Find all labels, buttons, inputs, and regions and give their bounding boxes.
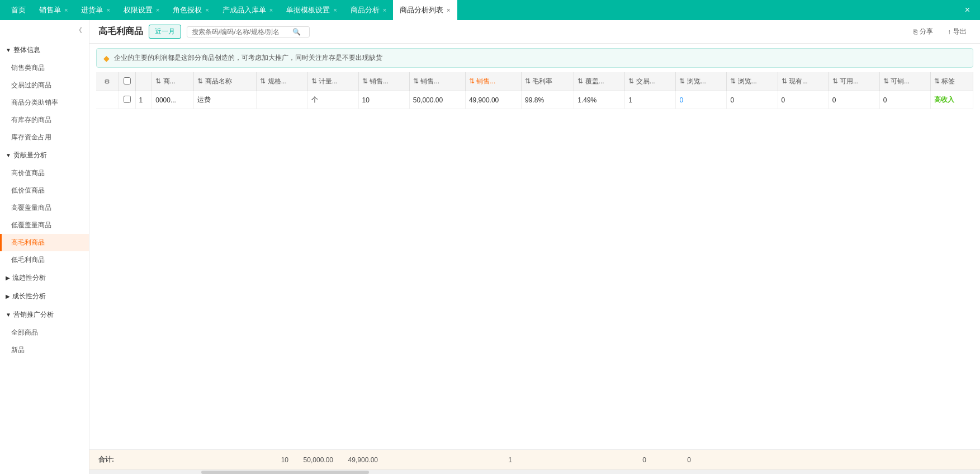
sidebar-item-category-rate[interactable]: 商品分类助销率: [0, 94, 89, 111]
section-arrow-contribution: ▼: [6, 152, 11, 158]
col-browse2[interactable]: ⇅ 浏览...: [727, 72, 778, 91]
summary-available1: 0: [606, 456, 651, 464]
sidebar-item-high-value[interactable]: 高价值商品: [0, 165, 89, 182]
col-code[interactable]: ⇅ 商...: [152, 72, 194, 91]
sidebar-section-overall[interactable]: ▼ 整体信息: [0, 41, 89, 59]
nav-role[interactable]: 角色授权 ×: [166, 0, 215, 20]
nav-analysis-list[interactable]: 商品分析列表 ×: [393, 0, 457, 20]
close-analysis-icon[interactable]: ×: [383, 7, 386, 13]
col-available2[interactable]: ⇅ 可用...: [828, 72, 879, 91]
close-sales-icon[interactable]: ×: [64, 7, 68, 13]
summary-sales-qty: 10: [248, 456, 293, 464]
col-trade[interactable]: ⇅ 交易...: [625, 72, 676, 91]
col-tag[interactable]: ⇅ 标签: [930, 72, 973, 91]
row-checkbox[interactable]: [124, 96, 131, 103]
section-arrow-overall: ▼: [6, 47, 11, 53]
col-sales-qty[interactable]: ⇅ 销售...: [358, 72, 409, 91]
summary-spacer4: [517, 456, 561, 464]
col-name[interactable]: ⇅ 商品名称: [194, 72, 257, 91]
sidebar-item-stock-capital[interactable]: 库存资金占用: [0, 129, 89, 146]
nav-home[interactable]: 首页: [4, 0, 32, 20]
table-container[interactable]: ⚙ ⇅ 商... ⇅ 商品名称 ⇅ 规格... ⇅ 计量... ⇅ 销售... …: [89, 72, 980, 449]
search-icon[interactable]: 🔍: [292, 28, 301, 36]
sidebar-section-contribution[interactable]: ▼ 贡献量分析: [0, 146, 89, 165]
sort-icon-salesamt: ⇅: [413, 77, 419, 85]
sort-icon-sellable: ⇅: [883, 77, 889, 85]
col-sales-amt[interactable]: ⇅ 销售...: [409, 72, 465, 91]
cell-sales-profit: 49,900.00: [465, 91, 521, 109]
summary-sales-amt: 50,000.00: [293, 456, 338, 464]
export-button[interactable]: ↑ 导出: [943, 25, 971, 38]
col-settings[interactable]: ⚙: [96, 72, 119, 91]
nav-purchase[interactable]: 进货单 ×: [74, 0, 116, 20]
sidebar-item-low-coverage[interactable]: 低覆盖量商品: [0, 217, 89, 234]
sort-icon-salesprofit: ⇅: [469, 77, 475, 85]
col-gross-rate[interactable]: ⇅ 毛利率: [522, 72, 574, 91]
col-browse1[interactable]: ⇅ 浏览...: [676, 72, 727, 91]
nav-permission[interactable]: 权限设置 ×: [117, 0, 166, 20]
sidebar-section-trend[interactable]: ▶ 流趋性分析: [0, 269, 89, 287]
scrollbar-thumb[interactable]: [201, 471, 369, 474]
summary-available2: 0: [651, 456, 695, 464]
close-purchase-icon[interactable]: ×: [106, 7, 110, 13]
sidebar-section-marketing[interactable]: ▼ 营销推广分析: [0, 306, 89, 324]
section-arrow-growth: ▶: [6, 293, 10, 299]
horizontal-scrollbar[interactable]: [89, 470, 980, 474]
cell-available2: 0: [828, 91, 879, 109]
filter-recent-month-button[interactable]: 近一月: [149, 25, 181, 39]
content-header: 高毛利商品 近一月 🔍 ⎘ 分享 ↑ 导出: [89, 20, 980, 44]
nav-inbound[interactable]: 产成品入库单 ×: [216, 0, 280, 20]
close-template-icon[interactable]: ×: [333, 7, 337, 13]
sidebar-collapse-button[interactable]: 《: [73, 24, 84, 37]
export-icon: ↑: [948, 28, 951, 36]
sidebar-section-growth[interactable]: ▶ 成长性分析: [0, 287, 89, 306]
col-checkbox[interactable]: [119, 72, 135, 91]
col-sellable[interactable]: ⇅ 可销...: [879, 72, 930, 91]
col-sales-profit[interactable]: ⇅ 销售...: [465, 72, 521, 91]
sort-icon-available1: ⇅: [782, 77, 787, 85]
sidebar-item-new-goods[interactable]: 新品: [0, 341, 89, 359]
cell-sales-qty: 10: [358, 91, 409, 109]
col-coverage[interactable]: ⇅ 覆盖...: [574, 72, 625, 91]
col-rownum: [135, 72, 152, 91]
window-close-button[interactable]: ×: [959, 5, 976, 15]
sidebar: 《 ▼ 整体信息 销售类商品 交易过的商品 商品分类助销率 有库存的商品 库存资…: [0, 20, 89, 474]
sidebar-item-high-margin[interactable]: 高毛利商品: [0, 234, 89, 251]
select-all-checkbox[interactable]: [124, 77, 131, 85]
cell-settings: [96, 91, 119, 109]
table-row: 1 0000... 运费 个 10 50,000.00 49,900.00 99…: [96, 91, 973, 109]
close-permission-icon[interactable]: ×: [156, 7, 159, 13]
close-analysis-list-icon[interactable]: ×: [447, 7, 450, 13]
col-unit[interactable]: ⇅ 计量...: [307, 72, 358, 91]
cell-sellable: 0: [879, 91, 930, 109]
sidebar-item-high-coverage[interactable]: 高覆盖量商品: [0, 199, 89, 217]
sidebar-item-sales-goods[interactable]: 销售类商品: [0, 59, 89, 77]
search-box: 🔍: [187, 26, 310, 37]
summary-spacer3: [427, 456, 472, 464]
col-available1[interactable]: ⇅ 现有...: [778, 72, 828, 91]
search-input[interactable]: [192, 28, 292, 36]
main-layout: 《 ▼ 整体信息 销售类商品 交易过的商品 商品分类助销率 有库存的商品 库存资…: [0, 20, 980, 474]
nav-sales[interactable]: 销售单 ×: [32, 0, 74, 20]
sidebar-item-traded-goods[interactable]: 交易过的商品: [0, 77, 89, 94]
settings-icon[interactable]: ⚙: [104, 78, 110, 86]
close-inbound-icon[interactable]: ×: [269, 7, 273, 13]
sidebar-item-low-value[interactable]: 低价值商品: [0, 182, 89, 199]
sort-icon-name: ⇅: [197, 77, 203, 85]
sidebar-item-low-margin[interactable]: 低毛利商品: [0, 251, 89, 269]
share-button[interactable]: ⎘ 分享: [909, 25, 938, 38]
cell-rownum: 1: [135, 91, 152, 109]
sort-icon-browse1: ⇅: [679, 77, 685, 85]
cell-available1: 0: [778, 91, 828, 109]
sort-icon-tag: ⇅: [934, 77, 940, 85]
close-role-icon[interactable]: ×: [205, 7, 209, 13]
nav-analysis[interactable]: 商品分析 ×: [344, 0, 393, 20]
cell-checkbox[interactable]: [119, 91, 135, 109]
sidebar-item-all-goods[interactable]: 全部商品: [0, 324, 89, 341]
col-spec[interactable]: ⇅ 规格...: [257, 72, 307, 91]
cell-browse1[interactable]: 0: [676, 91, 727, 109]
sort-icon-coverage: ⇅: [577, 77, 583, 85]
nav-template[interactable]: 单据模板设置 ×: [280, 0, 343, 20]
sidebar-item-in-stock[interactable]: 有库存的商品: [0, 111, 89, 129]
info-banner: ◆ 企业的主要的利润都是这部分商品创造的，可考虑加大推广，同时关注库存是不要出现…: [96, 48, 973, 68]
